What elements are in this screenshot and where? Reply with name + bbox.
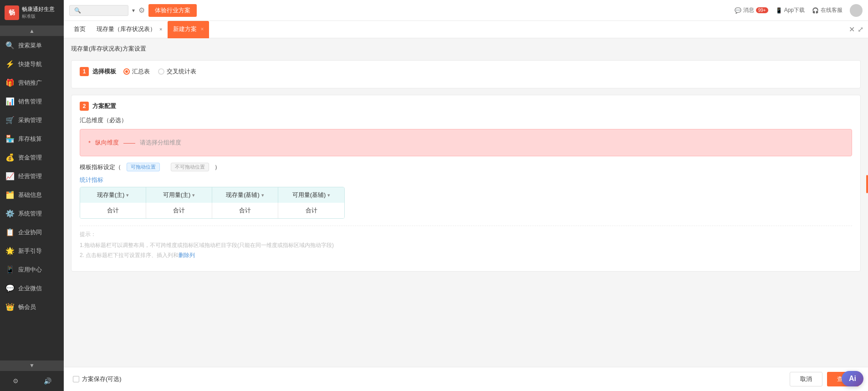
- search-icon: 🔍: [5, 41, 15, 50]
- sidebar-item-finance[interactable]: 💰 资金管理: [0, 148, 64, 167]
- stats-table: 现存量(主) ▾ 可用量(主) ▾ 现存量(基辅) ▾ 可用量(基辅) ▾: [80, 187, 345, 219]
- message-label: 消息: [743, 6, 754, 14]
- stats-col-header-3[interactable]: 可用量(基辅) ▾: [278, 187, 344, 203]
- sidebar-item-quick-nav[interactable]: ⚡ 快捷导航: [0, 55, 64, 73]
- trial-industry-button[interactable]: 体验行业方案: [148, 4, 197, 17]
- inventory-icon: 🏪: [5, 134, 15, 143]
- message-button[interactable]: 💬 消息 99+: [735, 6, 768, 14]
- step2-badge: 2: [80, 102, 89, 111]
- sidebar-item-search[interactable]: 🔍 搜索菜单: [0, 36, 64, 55]
- template-radio-group: 汇总表 交叉统计表: [123, 67, 196, 76]
- sidebar-item-purchase[interactable]: 🛒 采购管理: [0, 111, 64, 129]
- customer-service-button[interactable]: 🎧 在线客服: [812, 6, 842, 14]
- sidebar-scroll-up[interactable]: ▲: [0, 26, 64, 36]
- sidebar-item-contract[interactable]: 📋 企业协同: [0, 223, 64, 242]
- save-option: 方案保存(可选): [73, 375, 122, 383]
- message-icon: 💬: [735, 7, 741, 14]
- content-area: 现存量(库存状况表)方案设置 1 选择模板 汇总表 交叉统计表: [64, 38, 868, 367]
- save-checkbox[interactable]: [73, 376, 79, 382]
- tab-new-plan-label: 新建方案: [173, 25, 197, 33]
- sidebar-item-enterprise-wx[interactable]: 💬 企业微信: [0, 279, 64, 298]
- sidebar-item-member[interactable]: 👑 畅会员: [0, 298, 64, 316]
- sidebar-item-new-guide[interactable]: 🌟 新手引导: [0, 242, 64, 260]
- app-name: 畅康通好生意: [22, 6, 55, 13]
- indicator-label-text: 模板指标设定（: [80, 163, 121, 171]
- message-badge: 99+: [756, 7, 768, 13]
- tab-new-plan[interactable]: 新建方案 ×: [168, 21, 209, 38]
- sidebar-item-sales[interactable]: 📊 销售管理: [0, 92, 64, 111]
- sidebar-logo: 畅 畅康通好生意 标准版: [0, 0, 64, 26]
- tab-inventory[interactable]: 现存量（库存状况表） ×: [91, 21, 168, 38]
- stats-body-col-0: 合计: [80, 203, 146, 218]
- step1-badge: 1: [80, 67, 89, 76]
- customer-service-label: 在线客服: [821, 6, 842, 14]
- cancel-button[interactable]: 取消: [790, 372, 822, 386]
- col-dropdown-1[interactable]: ▾: [192, 192, 195, 198]
- topbar-right: 💬 消息 99+ 📱 App下载 🎧 在线客服: [735, 4, 863, 17]
- user-avatar[interactable]: [850, 4, 863, 17]
- ai-fab-button[interactable]: Ai: [842, 371, 863, 386]
- col-dropdown-2[interactable]: ▾: [261, 192, 264, 198]
- dimension-placeholder: 请选择分组维度: [140, 139, 181, 147]
- topbar-search-box[interactable]: 🔍: [69, 5, 128, 16]
- headset-icon: 🎧: [812, 7, 819, 14]
- stats-body-col-3: 合计: [278, 203, 344, 218]
- finance-icon: 💰: [5, 153, 15, 162]
- col-dropdown-0[interactable]: ▾: [126, 192, 129, 198]
- draggable-badge: 可拖动位置: [127, 163, 160, 171]
- radio-summary-dot: [123, 68, 130, 75]
- tab-home-label: 首页: [74, 25, 86, 33]
- app-download-button[interactable]: 📱 App下载: [776, 6, 805, 14]
- page-title: 现存量(库存状况表)方案设置: [71, 45, 861, 53]
- main-container: 🔍 ▾ ⚙ 体验行业方案 💬 消息 99+ 📱 App下载 🎧 在线客服: [64, 0, 868, 391]
- sidebar-item-marketing[interactable]: 🎁 营销推广: [0, 73, 64, 92]
- sidebar-item-system[interactable]: ⚙️ 系统管理: [0, 204, 64, 223]
- scroll-indicator: [866, 175, 868, 193]
- stats-col-header-0[interactable]: 现存量(主) ▾: [80, 187, 146, 203]
- radio-summary-label: 汇总表: [132, 67, 150, 76]
- dimension-dash: ——: [123, 139, 135, 146]
- sidebar-settings-button[interactable]: ⚙: [9, 375, 22, 387]
- tab-home[interactable]: 首页: [68, 21, 91, 38]
- tip-delete-link[interactable]: 删除列: [179, 252, 195, 258]
- purchase-icon: 🛒: [5, 116, 15, 124]
- radio-summary-table[interactable]: 汇总表: [123, 67, 150, 76]
- radio-cross-table[interactable]: 交叉统计表: [158, 67, 196, 76]
- tab-inventory-close[interactable]: ×: [159, 26, 162, 32]
- sidebar: 畅 畅康通好生意 标准版 ▲ 🔍 搜索菜单 ⚡ 快捷导航 🎁 营销推广 📊 销售…: [0, 0, 64, 391]
- operations-icon: 📈: [5, 172, 15, 180]
- section1-header: 1 选择模板 汇总表 交叉统计表: [80, 67, 852, 76]
- bottom-bar: 方案保存(可选) 取消 查询: [64, 367, 868, 391]
- tab-new-plan-close[interactable]: ×: [200, 26, 204, 32]
- enterprise-wx-icon: 💬: [5, 284, 15, 293]
- stats-col-header-1[interactable]: 可用量(主) ▾: [146, 187, 212, 203]
- sidebar-sound-button[interactable]: 🔊: [40, 375, 55, 387]
- topbar-gear-button[interactable]: ⚙: [138, 6, 145, 15]
- tab-close-panel-button[interactable]: ✕: [849, 25, 855, 34]
- stats-col-header-2[interactable]: 现存量(基辅) ▾: [212, 187, 278, 203]
- save-option-label: 方案保存(可选): [82, 375, 122, 383]
- topbar: 🔍 ▾ ⚙ 体验行业方案 💬 消息 99+ 📱 App下载 🎧 在线客服: [64, 0, 868, 21]
- dimension-picker-area[interactable]: * 纵向维度 —— 请选择分组维度: [80, 129, 852, 156]
- topbar-dropdown-arrow[interactable]: ▾: [132, 7, 135, 14]
- marketing-icon: 🎁: [5, 78, 15, 87]
- sidebar-scroll-down[interactable]: ▼: [0, 360, 64, 370]
- sidebar-item-basic-info[interactable]: 🗂️ 基础信息: [0, 185, 64, 204]
- tip-section: 提示： 1.拖动标题栏可以调整布局，不可跨维度或指标区域拖动栏目字段(只能在同一…: [80, 226, 852, 265]
- sidebar-item-inventory[interactable]: 🏪 库存核算: [0, 129, 64, 148]
- sidebar-item-app-center[interactable]: 📱 应用中心: [0, 260, 64, 279]
- sidebar-nav: 🔍 搜索菜单 ⚡ 快捷导航 🎁 营销推广 📊 销售管理 🛒 采购管理 🏪 库存核…: [0, 36, 64, 360]
- spacer: [71, 278, 861, 287]
- col-dropdown-3[interactable]: ▾: [327, 192, 330, 198]
- tab-inventory-label: 现存量（库存状况表）: [97, 25, 156, 33]
- sidebar-bottom: ⚙ 🔊: [0, 370, 64, 391]
- tabs-bar: 首页 现存量（库存状况表） × 新建方案 × ✕ ⤢: [64, 21, 868, 38]
- sidebar-item-operations[interactable]: 📈 经营管理: [0, 167, 64, 185]
- tab-expand-button[interactable]: ⤢: [858, 25, 863, 34]
- dimension-section-label: 汇总维度（必选）: [80, 116, 852, 124]
- stats-body-col-1: 合计: [146, 203, 212, 218]
- tip-item-1: 2. 点击标题栏下拉可设置排序、插入列和删除列: [80, 251, 852, 261]
- stats-table-header: 现存量(主) ▾ 可用量(主) ▾ 现存量(基辅) ▾ 可用量(基辅) ▾: [80, 187, 344, 203]
- non-draggable-badge: 不可拖动位置: [171, 163, 209, 171]
- section2-header: 2 方案配置: [80, 102, 852, 111]
